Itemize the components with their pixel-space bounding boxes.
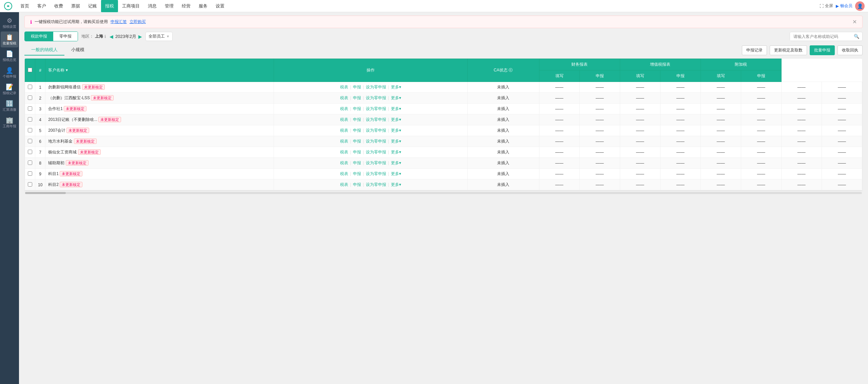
sidebar-item-4[interactable]: 📝报税记录 (1, 81, 18, 97)
row-num-8: 9 (35, 169, 45, 179)
row-op-zero-9[interactable]: 设为零申报 (366, 182, 386, 187)
nav-item-票据[interactable]: 票据 (67, 0, 84, 12)
search-input[interactable] (790, 33, 851, 41)
nav-item-工商项目[interactable]: 工商项目 (118, 0, 144, 12)
action-btn-批量申报[interactable]: 批量申报 (810, 45, 835, 55)
nav-item-设置[interactable]: 设置 (212, 0, 229, 12)
row-op-zero-4[interactable]: 设为零申报 (366, 128, 386, 133)
declaration-tab-税款申报[interactable]: 税款申报 (25, 32, 53, 41)
row-checkbox-5[interactable] (28, 139, 32, 143)
row-checkbox-0[interactable] (28, 85, 32, 89)
action-btn-更新税定及取数[interactable]: 更新税定及取数 (770, 45, 807, 55)
row-op-report-5[interactable]: 申报 (353, 139, 361, 144)
row-op-report-0[interactable]: 申报 (353, 85, 361, 89)
row-checkbox-7[interactable] (28, 161, 32, 165)
row-op-report-4[interactable]: 申报 (353, 128, 361, 133)
nav-item-首页[interactable]: 首页 (16, 0, 33, 12)
row-checkbox-6[interactable] (28, 150, 32, 154)
row-col-8-1: —— (579, 169, 620, 179)
row-op-zero-6[interactable]: 设为零申报 (366, 150, 386, 154)
row-tag-2: 未更新核定 (64, 106, 86, 111)
row-op-zero-0[interactable]: 设为零申报 (366, 85, 386, 89)
nav-item-报税[interactable]: 报税 (101, 0, 118, 12)
row-checkbox-2[interactable] (28, 106, 32, 111)
row-op-report-3[interactable]: 申报 (353, 117, 361, 122)
row-checkbox-4[interactable] (28, 128, 32, 132)
row-op-tax-8[interactable]: 税表 (340, 171, 348, 176)
user-avatar[interactable]: 👤 (855, 1, 865, 11)
row-op-zero-1[interactable]: 设为零申报 (366, 95, 386, 100)
row-op-tax-5[interactable]: 税表 (340, 139, 348, 144)
sidebar-item-1[interactable]: 📋批量报税 (1, 31, 18, 47)
row-op-more-9[interactable]: 更多▾ (391, 182, 401, 187)
month-next-button[interactable]: ▶ (138, 34, 142, 39)
row-checkbox-1[interactable] (28, 95, 32, 100)
row-op-more-7[interactable]: 更多▾ (391, 161, 401, 165)
month-prev-button[interactable]: ◀ (110, 34, 113, 39)
nav-item-服务[interactable]: 服务 (195, 0, 212, 12)
row-op-report-1[interactable]: 申报 (353, 95, 361, 100)
row-op-more-3[interactable]: 更多▾ (391, 117, 401, 122)
row-op-report-7[interactable]: 申报 (353, 161, 361, 165)
row-op-more-0[interactable]: 更多▾ (391, 85, 401, 89)
row-op-report-8[interactable]: 申报 (353, 171, 361, 176)
row-op-more-6[interactable]: 更多▾ (391, 150, 401, 154)
declaration-tab-零申报[interactable]: 零申报 (53, 32, 78, 41)
row-op-zero-3[interactable]: 设为零申报 (366, 117, 386, 122)
search-button[interactable]: 🔍 (851, 32, 862, 41)
month-value: 2023年2月 (115, 34, 136, 40)
row-op-more-2[interactable]: 更多▾ (391, 106, 401, 111)
row-op-more-4[interactable]: 更多▾ (391, 128, 401, 133)
banner-link-buy[interactable]: 立即购买 (130, 19, 146, 25)
subtab-一般的纳税人[interactable]: 一般的纳税人 (24, 45, 64, 56)
row-op-zero-8[interactable]: 设为零申报 (366, 171, 386, 176)
row-op-more-8[interactable]: 更多▾ (391, 171, 401, 176)
sidebar-item-5[interactable]: 🔢汇算清缴 (1, 98, 18, 114)
row-op-tax-2[interactable]: 税表 (340, 106, 348, 111)
row-op-tax-7[interactable]: 税表 (340, 161, 348, 165)
table-row: 6 地方水利基金 未更新核定 税表 | 申报 | 设为零申报 | 更多▾ 未插入… (25, 136, 862, 147)
row-op-tax-0[interactable]: 税表 (340, 85, 348, 89)
row-op-report-2[interactable]: 申报 (353, 106, 361, 111)
nav-item-消息[interactable]: 消息 (144, 0, 161, 12)
row-op-more-1[interactable]: 更多▾ (391, 95, 401, 100)
select-all-checkbox[interactable] (28, 68, 32, 72)
row-op-tax-9[interactable]: 税表 (340, 182, 348, 187)
nav-item-客户[interactable]: 客户 (33, 0, 50, 12)
action-btn-收取回执[interactable]: 收取回执 (837, 45, 863, 55)
row-col-2-0: —— (539, 104, 579, 114)
row-op-tax-3[interactable]: 税表 (340, 117, 348, 122)
row-op-zero-7[interactable]: 设为零申报 (366, 161, 386, 165)
sidebar-item-2[interactable]: 📄报税总览 (1, 48, 18, 64)
row-name-9: 科目2 未更新核定 (45, 179, 274, 190)
row-checkbox-8[interactable] (28, 171, 32, 176)
banner-link-declaration[interactable]: 申报汇签 (111, 19, 127, 25)
row-col-2-6: —— (781, 104, 822, 114)
row-op-zero-2[interactable]: 设为零申报 (366, 106, 386, 111)
row-checkbox-9[interactable] (28, 182, 32, 187)
fullscreen-button[interactable]: ⛶ 全屏 (820, 3, 833, 9)
row-checkbox-3[interactable] (28, 117, 32, 122)
nav-item-收费[interactable]: 收费 (50, 0, 67, 12)
nav-item-经营[interactable]: 经营 (178, 0, 195, 12)
banner-close-button[interactable]: ✕ (852, 19, 857, 25)
row-op-more-5[interactable]: 更多▾ (391, 139, 401, 144)
row-op-tax-1[interactable]: 税表 (340, 95, 348, 100)
horizontal-scrollbar[interactable] (24, 191, 863, 195)
row-op-tax-6[interactable]: 税表 (340, 150, 348, 154)
staff-select[interactable]: 全部员工 ▼ (145, 32, 173, 41)
row-op-tax-4[interactable]: 税表 (340, 128, 348, 133)
row-op-report-6[interactable]: 申报 (353, 150, 361, 154)
sidebar-item-0[interactable]: ⚙报税设置 (1, 15, 18, 31)
nav-item-管理[interactable]: 管理 (161, 0, 178, 12)
row-op-report-9[interactable]: 申报 (353, 182, 361, 187)
scrollbar-thumb[interactable] (25, 192, 66, 194)
region-info-icon[interactable]: ℹ (104, 34, 106, 39)
sidebar-item-3[interactable]: 👤个税申报 (1, 65, 18, 81)
nav-item-记账[interactable]: 记账 (84, 0, 101, 12)
subtab-小规模[interactable]: 小规模 (64, 45, 91, 56)
action-btn-申报记录[interactable]: 申报记录 (742, 45, 767, 55)
sidebar-item-6[interactable]: 🏢工商年报 (1, 114, 18, 130)
upgrade-button[interactable]: ▶ 畅会员 (836, 3, 852, 9)
row-op-zero-5[interactable]: 设为零申报 (366, 139, 386, 144)
